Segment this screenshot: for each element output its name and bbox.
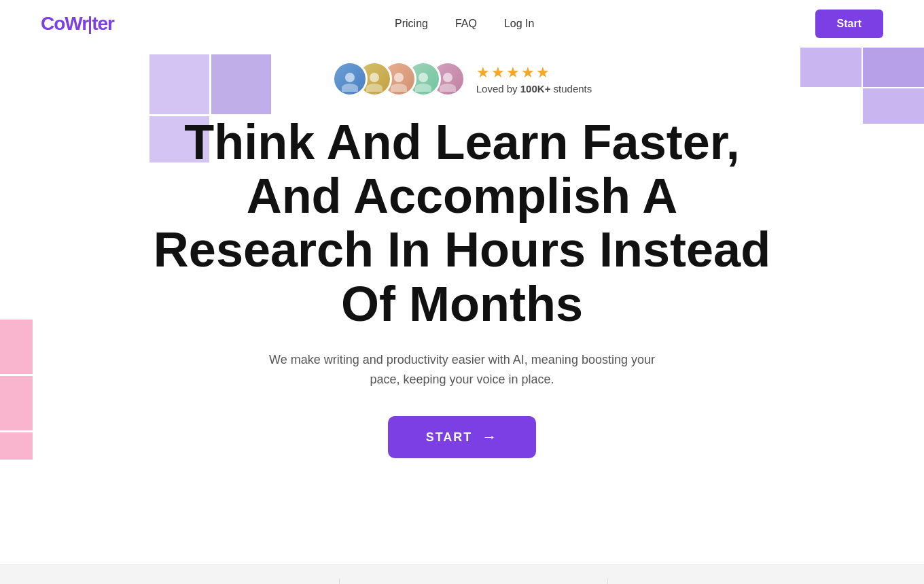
avatar-1 — [332, 61, 368, 97]
navbar: CoWrter Pricing FAQ Log In Start — [0, 0, 924, 48]
social-proof: ★★★★★ Loved by 100K+ students — [14, 61, 910, 97]
feature-item-autocomp: Thought autocomp — [608, 579, 842, 584]
nav-login[interactable]: Log In — [504, 18, 534, 30]
arrow-icon: → — [482, 428, 498, 446]
deco-block — [0, 376, 33, 430]
star-rating: ★★★★★ — [476, 64, 592, 82]
nav-pricing[interactable]: Pricing — [395, 18, 428, 30]
features-bar: Plug and Play research " Instant citatio… — [0, 564, 924, 584]
deco-block — [0, 320, 33, 374]
deco-left-pink — [0, 320, 33, 460]
hero-headline: Think And Learn Faster, And Accomplish A… — [139, 116, 785, 331]
nav-faq[interactable]: FAQ — [455, 18, 477, 30]
feature-item-citation: " Instant citation generator — [340, 579, 608, 584]
nav-start-button[interactable]: Start — [815, 10, 883, 38]
hero-section: ★★★★★ Loved by 100K+ students Think And … — [0, 48, 924, 564]
avatars — [332, 61, 465, 97]
hero-cta-label: START — [426, 430, 473, 445]
deco-block — [0, 432, 33, 460]
hero-subtext: We make writing and productivity easier … — [258, 350, 666, 390]
nav-links: Pricing FAQ Log In — [395, 18, 534, 30]
logo: CoWrter — [41, 13, 114, 35]
feature-item-research: Plug and Play research — [82, 579, 339, 584]
hero-cta-button[interactable]: START → — [388, 416, 537, 458]
loved-text: Loved by 100K+ students — [476, 83, 592, 95]
stars-text: ★★★★★ Loved by 100K+ students — [476, 64, 592, 95]
